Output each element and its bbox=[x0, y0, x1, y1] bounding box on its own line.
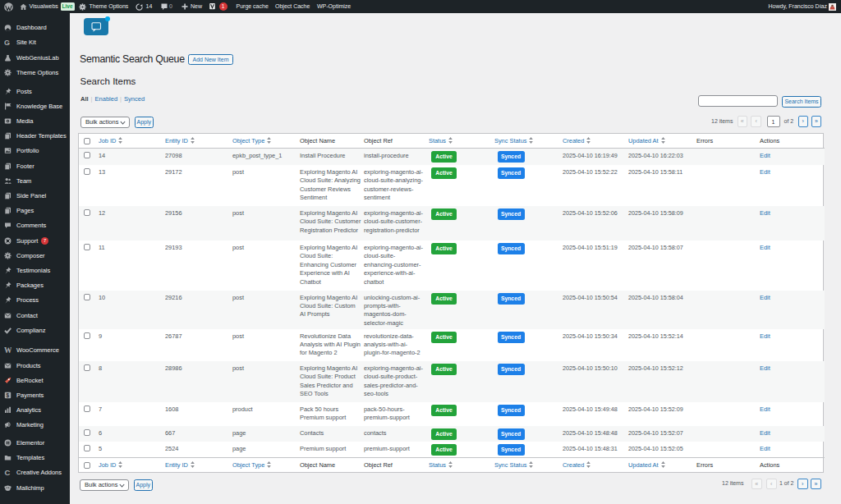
svg-text:G: G bbox=[4, 39, 10, 46]
svg-text:C: C bbox=[5, 469, 11, 476]
svg-text:$: $ bbox=[7, 392, 10, 399]
svg-text:W: W bbox=[4, 346, 11, 354]
